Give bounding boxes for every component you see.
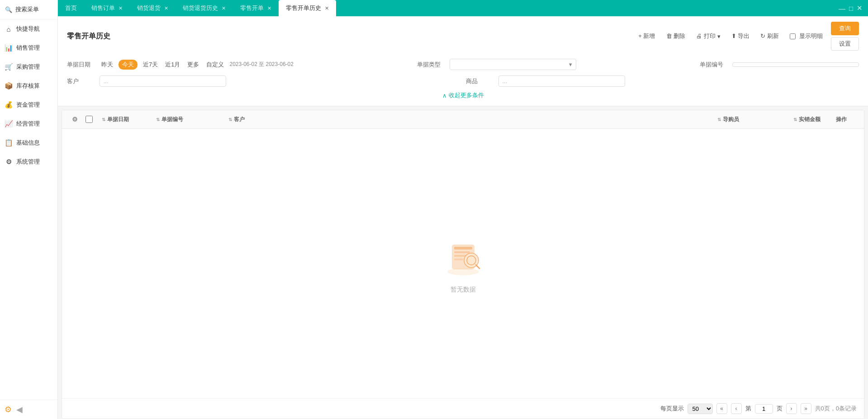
close-button[interactable]: ✕ — [857, 4, 863, 12]
print-dropdown-icon[interactable]: ▾ — [717, 33, 721, 40]
page-number-input[interactable] — [755, 404, 773, 414]
tab-retail-history-close[interactable]: ✕ — [325, 5, 329, 11]
add-button-label: + 新增 — [638, 32, 655, 40]
tab-retail-history-label: 零售开单历史 — [286, 4, 321, 12]
sidebar-item-operations[interactable]: 📈 经营管理 — [0, 114, 57, 133]
tab-retail-open[interactable]: 零售开单 ✕ — [233, 0, 279, 16]
refresh-button[interactable]: ↻ 刷新 — [758, 32, 782, 40]
th-sort-date[interactable]: ⇅ — [102, 117, 105, 122]
delete-button[interactable]: 🗑 删除 — [664, 32, 688, 40]
sidebar-search[interactable]: 🔍 搜索采单 — [0, 0, 57, 19]
sidebar-item-quick-nav[interactable]: ⌂ 快捷导航 — [0, 19, 57, 38]
tab-sales-return[interactable]: 销货退货 ✕ — [130, 0, 175, 16]
tab-sales-return-history-close[interactable]: ✕ — [222, 5, 226, 11]
maximize-button[interactable]: □ — [849, 5, 853, 12]
refresh-button-label: ↻ 刷新 — [760, 32, 779, 40]
type-filter-chevron: ▾ — [569, 61, 572, 68]
collapse-filter-row[interactable]: ∧ 收起更多条件 — [67, 89, 859, 101]
settings-footer-icon[interactable]: ⚙ — [5, 405, 12, 414]
th-settings: ⚙ — [66, 110, 83, 128]
tab-retail-open-close[interactable]: ✕ — [267, 5, 271, 11]
print-button-label: 🖨 打印 — [696, 32, 716, 40]
tab-sales-return-label: 销货退货 — [137, 4, 161, 12]
tab-sales-order[interactable]: 销售订单 ✕ — [84, 0, 130, 16]
box-icon: 📦 — [5, 82, 13, 90]
select-all-checkbox[interactable] — [85, 116, 93, 123]
last-page-button[interactable]: » — [801, 403, 811, 414]
add-button[interactable]: + 新增 — [636, 32, 658, 40]
th-sort-amount[interactable]: ⇅ — [793, 117, 797, 122]
per-page-select[interactable]: 50 100 200 — [688, 404, 713, 414]
minimize-button[interactable]: — — [839, 5, 845, 12]
tab-sales-return-close[interactable]: ✕ — [164, 5, 168, 11]
settings-button[interactable]: 设置 — [831, 37, 859, 51]
date-btn-more[interactable]: 更多 — [185, 60, 201, 70]
filter-row-1: 单据日期 昨天 今天 近7天 近1月 更多 自定义 2023-06-02 至 2… — [67, 56, 859, 73]
table-settings-icon[interactable]: ⚙ — [69, 114, 80, 125]
date-btn-today[interactable]: 今天 — [119, 60, 138, 70]
svg-line-8 — [476, 265, 479, 268]
doc-icon: 📋 — [5, 139, 13, 147]
sidebar-item-label: 经营管理 — [16, 120, 40, 128]
money-icon: 💰 — [5, 101, 13, 109]
date-btn-custom[interactable]: 自定义 — [204, 60, 226, 70]
th-sort-client[interactable]: ⇅ — [228, 117, 232, 122]
filter-area: 单据日期 昨天 今天 近7天 近1月 更多 自定义 2023-06-02 至 2… — [67, 56, 859, 106]
filter-row-2: 客户 ... 商品 ... — [67, 73, 859, 89]
window-controls: — □ ✕ — [839, 4, 868, 12]
goods-filter-input[interactable]: ... — [498, 75, 625, 87]
export-button-label: ⬆ 导出 — [731, 32, 750, 40]
collapse-sidebar-icon[interactable]: ◀ — [16, 405, 23, 414]
tab-sales-return-history[interactable]: 销货退货历史 ✕ — [175, 0, 233, 16]
th-sort-guide[interactable]: ⇅ — [717, 117, 721, 122]
th-sort-number[interactable]: ⇅ — [156, 117, 160, 122]
sidebar-item-basic-info[interactable]: 📋 基础信息 — [0, 133, 57, 152]
th-amount: ⇅ 实销金额 — [769, 110, 823, 128]
sidebar-item-finance[interactable]: 💰 资金管理 — [0, 95, 57, 114]
tab-bar: 首页 销售订单 ✕ 销货退货 ✕ 销货退货历史 ✕ 零售开单 ✕ 零售开单历史 … — [58, 0, 868, 16]
tab-sales-order-close[interactable]: ✕ — [119, 5, 123, 11]
pagination: 每页显示 50 100 200 « ‹ 第 页 › » 共0页，0条记录 — [62, 398, 864, 419]
number-filter-input[interactable] — [732, 62, 859, 67]
prev-page-button[interactable]: ‹ — [731, 403, 742, 414]
type-filter-label: 单据类型 — [417, 61, 444, 69]
tab-home[interactable]: 首页 — [58, 0, 84, 16]
sidebar-menu: ⌂ 快捷导航 📊 销售管理 🛒 采购管理 📦 库存核算 💰 资金管理 📈 经营管… — [0, 19, 57, 400]
first-page-button[interactable]: « — [716, 403, 727, 414]
date-btn-1month[interactable]: 近1月 — [163, 60, 182, 70]
svg-rect-2 — [454, 247, 472, 250]
th-guide: ⇅ 导购员 — [715, 110, 769, 128]
tab-retail-history[interactable]: 零售开单历史 ✕ — [279, 0, 336, 16]
date-btn-yesterday[interactable]: 昨天 — [100, 60, 115, 70]
sidebar-item-inventory[interactable]: 📦 库存核算 — [0, 76, 57, 95]
client-filter-ellipsis: ... — [104, 78, 109, 85]
th-number: ⇅ 单据编号 — [153, 110, 226, 128]
goods-filter-label: 商品 — [466, 77, 493, 85]
display-detail-toggle[interactable]: 显示明细 — [787, 32, 825, 40]
table-header: ⚙ ⇅ 单据日期 ⇅ 单据编号 ⇅ 客户 ⇅ — [62, 110, 864, 129]
sidebar-item-purchase-mgmt[interactable]: 🛒 采购管理 — [0, 57, 57, 76]
th-checkbox — [83, 110, 99, 128]
sidebar: 🔍 搜索采单 ⌂ 快捷导航 📊 销售管理 🛒 采购管理 📦 库存核算 💰 资金管… — [0, 0, 58, 419]
next-page-button[interactable]: › — [786, 403, 797, 414]
sidebar-item-sales-mgmt[interactable]: 📊 销售管理 — [0, 38, 57, 57]
client-filter-label: 客户 — [67, 77, 94, 85]
print-button[interactable]: 🖨 打印 ▾ — [693, 32, 723, 40]
table-area: ⚙ ⇅ 单据日期 ⇅ 单据编号 ⇅ 客户 ⇅ — [62, 110, 864, 419]
client-filter-input[interactable]: ... — [100, 75, 226, 87]
sidebar-footer: ⚙ ◀ — [0, 400, 57, 419]
th-action: 操作 — [823, 110, 859, 128]
tab-sales-order-label: 销售订单 — [91, 4, 115, 12]
delete-button-label: 🗑 删除 — [666, 32, 686, 40]
type-filter-select[interactable]: ▾ — [450, 59, 576, 70]
display-detail-label: 显示明细 — [799, 32, 823, 40]
date-btn-7days[interactable]: 近7天 — [141, 60, 160, 70]
empty-text: 暂无数据 — [451, 286, 476, 294]
sidebar-item-system-mgmt[interactable]: ⚙ 系统管理 — [0, 152, 57, 171]
query-button[interactable]: 查询 — [831, 22, 859, 35]
date-filter-label: 单据日期 — [67, 61, 94, 69]
display-detail-checkbox[interactable] — [790, 33, 796, 39]
chart-icon: 📊 — [5, 44, 13, 52]
export-button[interactable]: ⬆ 导出 — [729, 32, 753, 40]
gear-icon: ⚙ — [5, 158, 13, 166]
